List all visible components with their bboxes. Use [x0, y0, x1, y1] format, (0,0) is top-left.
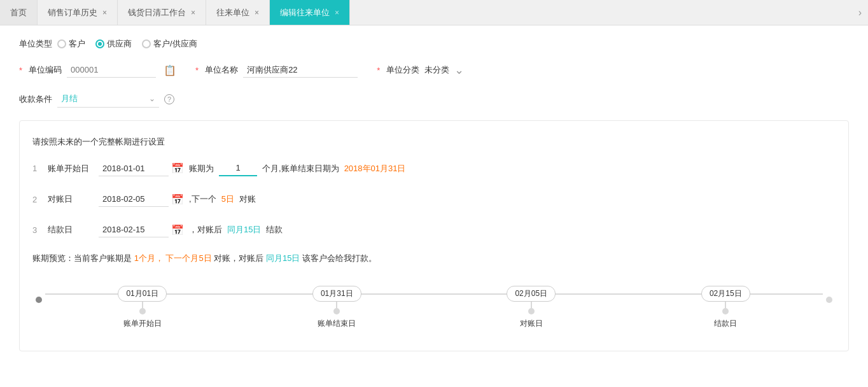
radio-supplier-circle: [95, 39, 104, 48]
unit-type-label: 单位类型: [19, 38, 52, 50]
period-cal-icon-3[interactable]: 📅: [171, 224, 184, 236]
unit-code-label: 单位编码: [29, 64, 62, 76]
period-row3-text1: ，对账后: [189, 224, 222, 236]
radio-customer-supplier-label: 客户/供应商: [153, 38, 197, 50]
timeline-connector-1: [142, 302, 143, 308]
payment-condition-field: 收款条件 月结 ⌄ ?: [19, 90, 174, 108]
unit-name-field: * 单位名称: [195, 62, 358, 78]
timeline-point-1: 01月01日 账单开始日: [45, 286, 240, 329]
tab-home[interactable]: 首页: [0, 0, 38, 25]
period-row-2: 2 对账日 📅 ,下一个 5日 对账: [32, 192, 836, 207]
period-cal-icon-2[interactable]: 📅: [171, 194, 184, 206]
unit-type-radio-group: 客户 供应商 客户/供应商: [57, 38, 197, 50]
unit-category-value: 未分类: [424, 64, 449, 76]
tab-sales-history-close[interactable]: ×: [102, 8, 107, 17]
tab-home-label: 首页: [10, 7, 27, 18]
timeline-point-2: 01月31日 账单结束日: [240, 286, 435, 329]
unit-category-star: *: [377, 66, 380, 75]
unit-name-input[interactable]: [243, 62, 358, 78]
timeline-label-1: 账单开始日: [123, 318, 162, 329]
timeline-end-dot: [826, 297, 832, 303]
preview-prefix: 账期预览：当前客户账期是: [32, 253, 132, 263]
timeline-dot-2: [333, 308, 340, 314]
tab-partner-unit-label: 往来单位: [216, 7, 249, 18]
unit-code-star: *: [19, 66, 22, 75]
timeline-start: [32, 286, 45, 303]
payment-condition-help-icon[interactable]: ?: [164, 94, 174, 104]
main-content: 单位类型 客户 供应商 客户/供应商 * 单位编码: [0, 25, 868, 387]
preview-middle: 对账，对账后: [214, 253, 263, 263]
unit-category-dropdown[interactable]: 未分类 ⌄: [424, 63, 464, 77]
period-box: 请按照未来的一个完整帐期进行设置 1 账单开始日 📅 账期为 个月,账单结束日期…: [19, 120, 849, 351]
preview-next-day: 下一个月5日: [165, 253, 211, 263]
period-label-3: 结款日: [48, 224, 99, 236]
period-row3-text2: 结款: [266, 224, 283, 236]
period-end-date: 2018年01月31日: [344, 163, 406, 174]
tab-sales-history-label: 销售订单历史: [48, 7, 97, 18]
unit-category-arrow-icon: ⌄: [454, 63, 464, 77]
tab-cash-work-label: 钱货日清工作台: [128, 7, 186, 18]
unit-code-input[interactable]: [67, 62, 156, 78]
period-row2-highlight: 5日: [221, 194, 234, 205]
unit-type-row: 单位类型 客户 供应商 客户/供应商: [19, 38, 849, 50]
period-cal-icon-1[interactable]: 📅: [171, 162, 184, 174]
payment-condition-dropdown[interactable]: 月结 ⌄: [57, 90, 159, 108]
period-row1-text2: 个月,账单结束日期为: [262, 163, 339, 174]
period-row2-text2: 对账: [239, 194, 256, 205]
tab-edit-partner[interactable]: 编辑往来单位 ×: [270, 0, 350, 25]
timeline-start-dot: [36, 297, 42, 303]
timeline-label-2: 账单结束日: [318, 318, 356, 329]
unit-type-field: 单位类型 客户 供应商 客户/供应商: [19, 38, 197, 50]
period-months-input[interactable]: [219, 160, 257, 176]
period-label-1: 账单开始日: [48, 163, 99, 174]
period-label-2: 对账日: [48, 194, 99, 205]
radio-supplier[interactable]: 供应商: [95, 38, 132, 50]
tab-arrow[interactable]: ›: [852, 0, 868, 25]
preview-settle-day: 同月15日: [266, 253, 300, 263]
timeline-badge-2: 01月31日: [312, 286, 361, 302]
timeline-point-4: 02月15日 结款日: [629, 286, 823, 329]
timeline-dot-4: [722, 308, 729, 314]
period-title: 请按照未来的一个完整帐期进行设置: [32, 136, 836, 148]
period-date-input-2[interactable]: [99, 192, 169, 207]
timeline-badge-3: 02月05日: [507, 286, 556, 302]
period-num-2: 2: [32, 195, 48, 204]
period-row-3: 3 结款日 📅 ，对账后 同月15日 结款: [32, 222, 836, 237]
timeline-label-3: 对账日: [520, 318, 543, 329]
radio-customer[interactable]: 客户: [57, 38, 85, 50]
tab-cash-work[interactable]: 钱货日清工作台 ×: [118, 0, 206, 25]
timeline-connector-4: [725, 302, 726, 308]
period-row2-text1: ,下一个: [189, 194, 216, 205]
period-num-3: 3: [32, 225, 48, 235]
payment-condition-arrow-icon: ⌄: [149, 94, 155, 103]
unit-code-field: * 单位编码 📋: [19, 62, 176, 78]
timeline-dot-3: [528, 308, 535, 314]
radio-customer-circle: [57, 39, 66, 48]
unit-category-label: 单位分类: [386, 64, 419, 76]
preview-months: 1个月，: [134, 253, 164, 263]
unit-code-copy-icon[interactable]: 📋: [164, 64, 176, 76]
unit-name-label: 单位名称: [205, 64, 238, 76]
radio-customer-supplier-circle: [142, 39, 151, 48]
tab-edit-partner-close[interactable]: ×: [335, 8, 339, 17]
payment-condition-label: 收款条件: [19, 94, 52, 105]
radio-customer-label: 客户: [69, 38, 85, 50]
radio-supplier-label: 供应商: [107, 38, 132, 50]
tab-sales-history[interactable]: 销售订单历史 ×: [38, 0, 118, 25]
timeline: 01月01日 账单开始日 01月31日 账单结束日 02月05日 对账日: [32, 279, 836, 335]
tab-partner-unit[interactable]: 往来单位 ×: [206, 0, 270, 25]
period-row1-text1: 账期为: [189, 163, 214, 174]
timeline-connector-3: [531, 302, 532, 308]
tab-bar: 首页 销售订单历史 × 钱货日清工作台 × 往来单位 × 编辑往来单位 × ›: [0, 0, 868, 25]
tab-partner-unit-close[interactable]: ×: [255, 8, 259, 17]
preview-suffix: 该客户会给我打款。: [302, 253, 377, 263]
tab-edit-partner-label: 编辑往来单位: [280, 7, 330, 18]
preview-text: 账期预览：当前客户账期是 1个月， 下一个月5日 对账，对账后 同月15日 该客…: [32, 253, 836, 264]
tab-cash-work-close[interactable]: ×: [191, 8, 195, 17]
unit-info-row: * 单位编码 📋 * 单位名称 * 单位分类 未分类 ⌄: [19, 62, 849, 78]
period-date-input-3[interactable]: [99, 222, 169, 237]
period-date-input-1[interactable]: [99, 161, 169, 176]
radio-customer-supplier[interactable]: 客户/供应商: [142, 38, 197, 50]
timeline-point-3: 02月05日 对账日: [434, 286, 629, 329]
period-num-1: 1: [32, 164, 48, 173]
